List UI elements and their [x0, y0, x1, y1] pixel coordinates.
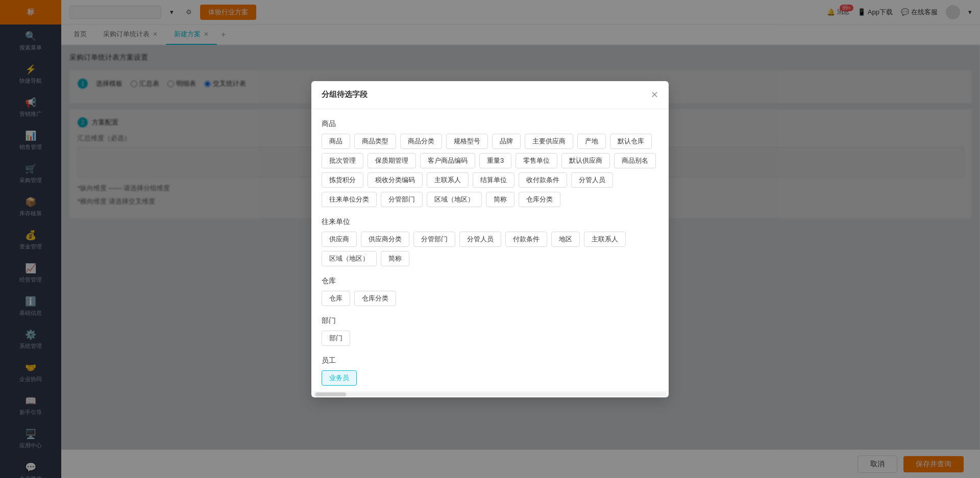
- field-tag-0-10[interactable]: 客户商品编码: [420, 153, 475, 168]
- field-tag-0-5[interactable]: 主要供应商: [525, 134, 573, 149]
- modal-title: 分组待选字段: [322, 90, 368, 99]
- field-section-0: 商品商品商品类型商品分类规格型号品牌主要供应商产地默认仓库批次管理保质期管理客户…: [322, 119, 658, 207]
- field-section-3: 部门部门: [322, 316, 658, 346]
- field-tag-0-15[interactable]: 拣货积分: [322, 172, 363, 188]
- field-tag-0-8[interactable]: 批次管理: [322, 153, 363, 168]
- field-tag-4-0[interactable]: 业务员: [322, 370, 357, 386]
- field-tag-0-24[interactable]: 简称: [486, 192, 514, 207]
- field-tag-1-3[interactable]: 分管人员: [459, 232, 501, 247]
- field-tag-1-4[interactable]: 付款条件: [505, 232, 547, 247]
- field-tag-0-19[interactable]: 收付款条件: [519, 172, 567, 188]
- field-grid-3: 部门: [322, 331, 658, 346]
- field-tag-0-20[interactable]: 分管人员: [571, 172, 613, 188]
- field-tag-1-8[interactable]: 简称: [381, 251, 409, 266]
- field-tag-0-18[interactable]: 结算单位: [473, 172, 514, 188]
- field-tag-0-3[interactable]: 规格型号: [446, 134, 488, 149]
- field-tag-0-11[interactable]: 重量3: [479, 153, 511, 168]
- field-tag-0-0[interactable]: 商品: [322, 134, 350, 149]
- field-section-4: 员工业务员: [322, 356, 658, 386]
- field-tag-0-14[interactable]: 商品别名: [614, 153, 656, 168]
- section-title-3: 部门: [322, 316, 658, 325]
- field-tag-0-21[interactable]: 往来单位分类: [322, 192, 377, 207]
- field-tag-0-23[interactable]: 区域（地区）: [427, 192, 482, 207]
- section-title-1: 往来单位: [322, 217, 658, 227]
- section-title-2: 仓库: [322, 276, 658, 286]
- field-tag-0-16[interactable]: 税收分类编码: [368, 172, 423, 188]
- section-title-4: 员工: [322, 356, 658, 365]
- field-tag-3-0[interactable]: 部门: [322, 331, 350, 346]
- field-tag-2-0[interactable]: 仓库: [322, 291, 350, 306]
- field-tag-0-22[interactable]: 分管部门: [381, 192, 423, 207]
- field-tag-0-6[interactable]: 产地: [577, 134, 606, 149]
- field-section-2: 仓库仓库仓库分类: [322, 276, 658, 306]
- field-tag-0-13[interactable]: 默认供应商: [561, 153, 610, 168]
- field-tag-0-1[interactable]: 商品类型: [354, 134, 396, 149]
- field-grid-2: 仓库仓库分类: [322, 291, 658, 306]
- field-tag-0-25[interactable]: 仓库分类: [519, 192, 560, 207]
- field-grid-0: 商品商品类型商品分类规格型号品牌主要供应商产地默认仓库批次管理保质期管理客户商品…: [322, 134, 658, 207]
- field-tag-0-9[interactable]: 保质期管理: [368, 153, 416, 168]
- section-title-0: 商品: [322, 119, 658, 129]
- modal-horizontal-scroll[interactable]: [311, 391, 669, 397]
- modal-dialog: 分组待选字段 ✕ 商品商品商品类型商品分类规格型号品牌主要供应商产地默认仓库批次…: [311, 81, 669, 397]
- field-section-1: 往来单位供应商供应商分类分管部门分管人员付款条件地区主联系人区域（地区）简称: [322, 217, 658, 266]
- modal-close-button[interactable]: ✕: [651, 89, 658, 100]
- field-tag-1-2[interactable]: 分管部门: [413, 232, 455, 247]
- field-tag-1-7[interactable]: 区域（地区）: [322, 251, 377, 266]
- field-tag-1-1[interactable]: 供应商分类: [361, 232, 409, 247]
- modal-body: 商品商品商品类型商品分类规格型号品牌主要供应商产地默认仓库批次管理保质期管理客户…: [311, 109, 669, 391]
- field-tag-1-5[interactable]: 地区: [551, 232, 580, 247]
- field-tag-0-7[interactable]: 默认仓库: [610, 134, 652, 149]
- field-tag-0-17[interactable]: 主联系人: [427, 172, 469, 188]
- field-tag-2-1[interactable]: 仓库分类: [354, 291, 396, 306]
- field-tag-1-0[interactable]: 供应商: [322, 232, 357, 247]
- field-tag-1-6[interactable]: 主联系人: [584, 232, 626, 247]
- field-tag-0-12[interactable]: 零售单位: [516, 153, 557, 168]
- field-grid-1: 供应商供应商分类分管部门分管人员付款条件地区主联系人区域（地区）简称: [322, 232, 658, 266]
- field-tag-0-4[interactable]: 品牌: [492, 134, 521, 149]
- field-tag-0-2[interactable]: 商品分类: [400, 134, 442, 149]
- field-grid-4: 业务员: [322, 370, 658, 386]
- modal-overlay[interactable]: 分组待选字段 ✕ 商品商品商品类型商品分类规格型号品牌主要供应商产地默认仓库批次…: [0, 0, 980, 478]
- modal-header: 分组待选字段 ✕: [311, 81, 669, 109]
